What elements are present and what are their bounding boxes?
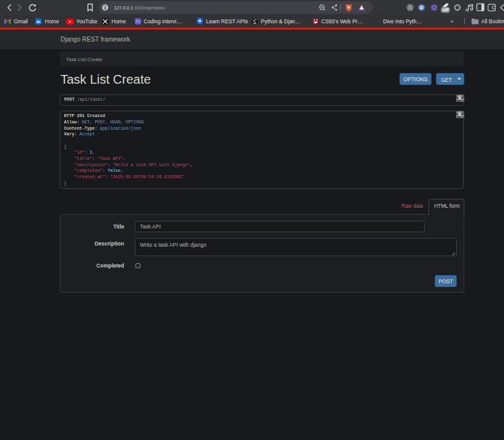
svg-text:in: in (37, 20, 40, 24)
svg-text:off: off (442, 7, 449, 13)
